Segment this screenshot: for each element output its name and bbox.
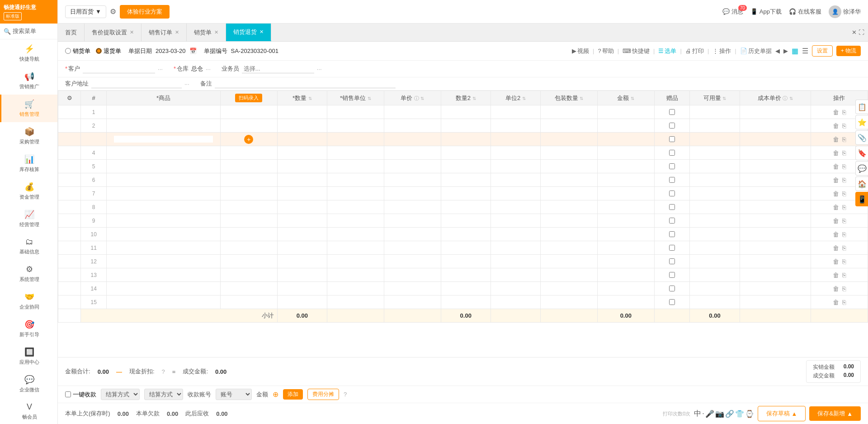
salesperson-input[interactable]: [242, 64, 314, 73]
row-amount-13[interactable]: [597, 268, 654, 282]
row-gift-8[interactable]: [654, 200, 690, 214]
fee-help-icon[interactable]: ?: [344, 391, 347, 398]
tab-sales-order-close[interactable]: ✕: [175, 29, 179, 35]
row-product-6[interactable]: [107, 173, 221, 187]
add-logistics-btn[interactable]: + 物流: [836, 46, 861, 56]
copy-row-9[interactable]: ⎘: [842, 217, 846, 224]
copy-row-8[interactable]: ⎘: [842, 204, 846, 211]
row-cost-3[interactable]: [740, 133, 811, 146]
payment-method-select[interactable]: 结算方式: [101, 389, 140, 400]
row-unit2-1[interactable]: [491, 105, 540, 119]
tool-icon-2[interactable]: ·: [702, 410, 704, 418]
float-star-btn[interactable]: ⭐: [855, 115, 868, 129]
row-product-15[interactable]: [107, 295, 221, 309]
row-qty2-6[interactable]: [441, 173, 491, 187]
delete-row-1[interactable]: 🗑: [833, 109, 839, 116]
row-product-3[interactable]: [107, 133, 221, 146]
row-cost-7[interactable]: [740, 187, 811, 200]
tab-sales-bill[interactable]: 销货单 ✕: [187, 24, 226, 41]
row-unit-10[interactable]: [327, 228, 384, 241]
gift-checkbox-14[interactable]: [669, 286, 675, 291]
gift-checkbox-10[interactable]: [669, 231, 675, 237]
row-qty2-2[interactable]: [441, 119, 491, 133]
row-price-7[interactable]: [384, 187, 441, 200]
row-product-5[interactable]: [107, 160, 221, 173]
row-qty-14[interactable]: [277, 282, 327, 295]
float-attach-btn[interactable]: 📎: [855, 130, 868, 145]
row-pack-13[interactable]: [540, 268, 597, 282]
row-avail-12[interactable]: [690, 255, 740, 268]
delete-row-4[interactable]: 🗑: [833, 149, 839, 157]
row-pack-6[interactable]: [540, 173, 597, 187]
row-amount-12[interactable]: [597, 255, 654, 268]
settlement-select[interactable]: 结算方式: [144, 389, 183, 400]
copy-row-14[interactable]: ⎘: [842, 285, 846, 292]
delete-row-10[interactable]: 🗑: [833, 231, 839, 238]
cost-info-icon[interactable]: ⓘ: [783, 95, 788, 101]
copy-row-11[interactable]: ⎘: [842, 244, 846, 252]
row-qty2-12[interactable]: [441, 255, 491, 268]
address-more-icon[interactable]: ···: [184, 81, 189, 87]
row-amount-11[interactable]: [597, 241, 654, 255]
row-cost-6[interactable]: [740, 173, 811, 187]
row-qty2-11[interactable]: [441, 241, 491, 255]
row-cost-10[interactable]: [740, 228, 811, 241]
qty2-sort-icon[interactable]: ⇅: [472, 96, 476, 101]
row-qty-4[interactable]: [277, 146, 327, 160]
row-qty2-3[interactable]: [441, 133, 491, 146]
row-price-10[interactable]: [384, 228, 441, 241]
tab-sales-bill-close[interactable]: ✕: [214, 29, 218, 35]
gift-checkbox-6[interactable]: [669, 177, 675, 183]
help-btn[interactable]: ? 帮助: [598, 47, 613, 55]
gift-checkbox-15[interactable]: [669, 299, 675, 305]
row-cost-9[interactable]: [740, 214, 811, 228]
print-btn[interactable]: 🖨 打印: [685, 47, 704, 55]
row-unit-12[interactable]: [327, 255, 384, 268]
row-cost-11[interactable]: [740, 241, 811, 255]
search-menu[interactable]: 🔍 搜索菜单: [0, 24, 57, 39]
float-mobile-btn[interactable]: 📱: [855, 192, 868, 206]
row-pack-3[interactable]: [540, 133, 597, 146]
gift-checkbox-3[interactable]: [669, 136, 675, 142]
copy-row-3[interactable]: ⎘: [842, 136, 846, 143]
sidebar-item-system[interactable]: ⚙ 系统管理: [0, 260, 57, 287]
gift-checkbox-4[interactable]: [669, 150, 675, 156]
row-pack-14[interactable]: [540, 282, 597, 295]
price-sort-icon[interactable]: ⇅: [420, 96, 424, 101]
row-unit2-3[interactable]: [491, 133, 540, 146]
gift-checkbox-5[interactable]: [669, 163, 675, 169]
row-amount-3[interactable]: [597, 133, 654, 146]
row-unit-13[interactable]: [327, 268, 384, 282]
row-gift-4[interactable]: [654, 146, 690, 160]
row-gift-15[interactable]: [654, 295, 690, 309]
fee-split-btn[interactable]: 费用分摊: [307, 389, 339, 400]
row-avail-14[interactable]: [690, 282, 740, 295]
row-amount-8[interactable]: [597, 200, 654, 214]
row-amount-9[interactable]: [597, 214, 654, 228]
copy-row-15[interactable]: ⎘: [842, 299, 846, 306]
row-avail-1[interactable]: [690, 105, 740, 119]
unit2-sort-icon[interactable]: ⇅: [522, 96, 526, 101]
row-qty-1[interactable]: [277, 105, 327, 119]
row-gift-13[interactable]: [654, 268, 690, 282]
sidebar-item-apps[interactable]: 🔲 应用中心: [0, 343, 57, 370]
prev-icon[interactable]: ◀: [775, 48, 780, 54]
row-amount-6[interactable]: [597, 173, 654, 187]
row-qty2-15[interactable]: [441, 295, 491, 309]
delete-row-3[interactable]: 🗑: [833, 136, 839, 143]
delete-row-7[interactable]: 🗑: [833, 190, 839, 197]
radio-sale-input[interactable]: [65, 48, 71, 54]
row-price-14[interactable]: [384, 282, 441, 295]
float-copy-btn[interactable]: 📋: [855, 100, 868, 114]
sidebar-item-finance[interactable]: 💰 资金管理: [0, 177, 57, 205]
row-unit-7[interactable]: [327, 187, 384, 200]
account-select[interactable]: 账号: [216, 389, 252, 400]
sidebar-item-vip[interactable]: V 畅会员: [0, 398, 57, 424]
row-unit2-2[interactable]: [491, 119, 540, 133]
row-pack-8[interactable]: [540, 200, 597, 214]
row-qty2-9[interactable]: [441, 214, 491, 228]
row-qty-6[interactable]: [277, 173, 327, 187]
delete-row-5[interactable]: 🗑: [833, 163, 839, 170]
row-qty-5[interactable]: [277, 160, 327, 173]
unit-sort-icon[interactable]: ⇅: [368, 96, 371, 101]
